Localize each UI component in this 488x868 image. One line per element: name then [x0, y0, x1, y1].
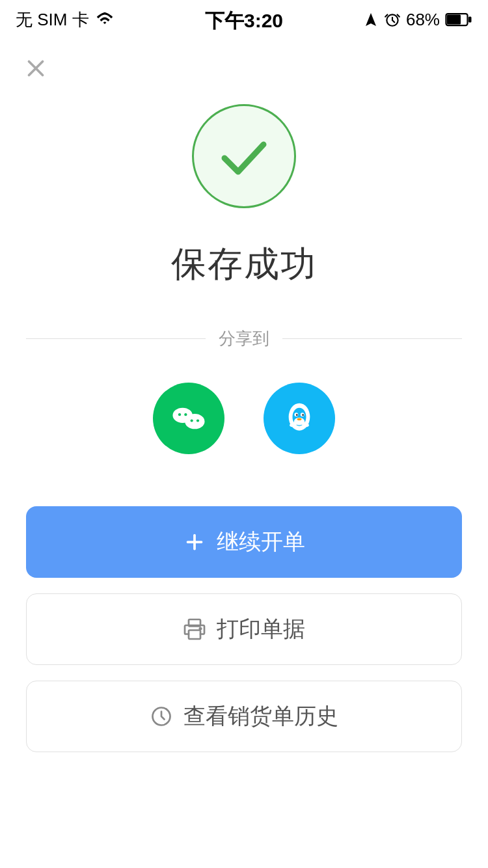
print-button[interactable]: 打印单据	[26, 593, 462, 665]
share-qq-button[interactable]	[264, 383, 335, 454]
main-content: 保存成功 分享到	[0, 39, 488, 868]
printer-icon	[183, 617, 206, 641]
continue-order-label: 继续开单	[217, 527, 305, 557]
svg-point-9	[184, 413, 187, 416]
svg-point-10	[191, 419, 193, 422]
svg-rect-25	[189, 631, 200, 640]
close-button[interactable]	[20, 52, 52, 85]
print-label: 打印单据	[217, 614, 305, 644]
checkmark-icon	[215, 127, 273, 185]
svg-point-8	[178, 413, 181, 416]
divider-right	[282, 338, 462, 339]
status-carrier: 无 SIM 卡	[16, 8, 114, 31]
svg-point-20	[302, 414, 304, 416]
location-icon	[363, 12, 379, 27]
continue-order-button[interactable]: 继续开单	[26, 506, 462, 578]
share-divider: 分享到	[26, 327, 462, 350]
svg-rect-3	[468, 17, 472, 23]
wifi-icon	[96, 10, 114, 29]
success-title: 保存成功	[171, 241, 317, 288]
plus-icon	[183, 530, 206, 554]
svg-point-7	[185, 414, 204, 429]
clock-icon	[150, 705, 173, 728]
svg-point-11	[197, 419, 199, 422]
battery-icon	[445, 12, 472, 27]
svg-point-26	[200, 628, 201, 629]
share-icons-row	[153, 383, 335, 454]
history-label: 查看销货单历史	[183, 701, 338, 731]
carrier-text: 无 SIM 卡	[16, 8, 89, 31]
share-wechat-button[interactable]	[153, 383, 224, 454]
wechat-icon	[166, 396, 211, 441]
battery-percent: 68%	[406, 10, 440, 30]
svg-point-19	[296, 414, 298, 416]
status-time: 下午3:20	[205, 8, 283, 34]
success-icon-circle	[192, 104, 296, 208]
share-divider-label: 分享到	[219, 327, 269, 350]
svg-rect-2	[447, 15, 461, 25]
qq-icon	[277, 396, 322, 441]
history-button[interactable]: 查看销货单历史	[26, 681, 462, 752]
status-bar: 无 SIM 卡 下午3:20 68%	[0, 0, 488, 39]
divider-left	[26, 338, 206, 339]
alarm-icon	[384, 11, 401, 28]
svg-point-21	[297, 418, 302, 420]
status-right: 68%	[363, 10, 472, 30]
